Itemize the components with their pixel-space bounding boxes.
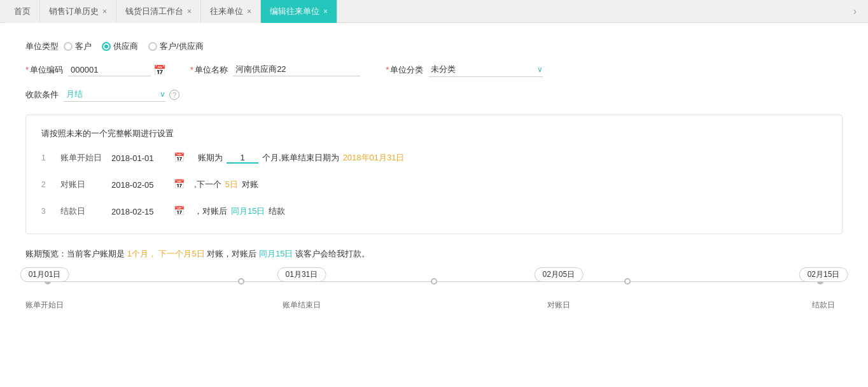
unit-code-label: 单位编码 [30, 64, 63, 76]
main-content: 单位类型 客户 供应商 客户/供应商 * 单位编码 📅 * 单位名称 [0, 23, 868, 387]
row-3-prefix: ，对账后 [194, 206, 227, 217]
radio-both-label: 客户/供应商 [160, 41, 204, 52]
unit-name-input[interactable] [233, 64, 360, 76]
radio-both-circle [148, 42, 157, 51]
tl-dot-1 [238, 278, 244, 285]
unit-code-star: * [25, 65, 29, 74]
unit-name-label: 单位名称 [195, 64, 228, 76]
preview-section: 账期预览：当前客户账期是 1个月， 下一个月5日 对账，对账后 同月15日 该客… [25, 238, 843, 288]
tl-line-3 [437, 281, 624, 282]
row-1-prefix: 账期为 [198, 152, 223, 164]
unit-type-radio-group: 客户 供应商 客户/供应商 [64, 41, 204, 52]
tab-sales-history-close[interactable]: × [102, 7, 107, 16]
row-1-cal[interactable]: 📅 [174, 152, 185, 164]
unit-name-group: * 单位名称 [190, 64, 360, 76]
radio-supplier-label: 供应商 [113, 41, 138, 52]
row-2-date: 2018-02-05 [111, 180, 169, 190]
setting-row-1: 1 账单开始日 2018-01-01 📅 账期为 个月,账单结束日期为 2018… [41, 152, 827, 164]
unit-category-arrow: ∨ [537, 65, 543, 74]
setting-row-2: 2 对账日 2018-02-05 📅 ,下一个 5日 对账 [41, 179, 827, 190]
unit-code-icon[interactable]: 📅 [153, 64, 165, 76]
tab-partner-unit-close[interactable]: × [247, 7, 251, 16]
tl-label-2: 账单结束日 [283, 300, 321, 311]
unit-info-row: * 单位编码 📅 * 单位名称 * 单位分类 未分类 ∨ [25, 62, 843, 77]
tl-label-3: 对账日 [547, 300, 570, 311]
preview-text: 账期预览：当前客户账期是 1个月， 下一个月5日 对账，对账后 同月15日 该客… [25, 248, 843, 260]
radio-customer-label: 客户 [75, 41, 92, 52]
row-3-highlight: 同月15日 [231, 206, 265, 217]
radio-supplier[interactable]: 供应商 [102, 41, 138, 52]
tab-sales-history-label: 销售订单历史 [49, 6, 99, 17]
tl-bubble-1: 01月01日 [20, 267, 69, 282]
tl-line-2 [244, 281, 431, 282]
payment-terms-help[interactable]: ? [169, 90, 179, 100]
payment-terms-dropdown[interactable]: 月结 ∨ [64, 87, 165, 102]
period-input[interactable] [227, 153, 258, 164]
preview-part5: 该客户会给我打款。 [295, 249, 370, 258]
row-2-highlight: 5日 [225, 179, 238, 190]
tab-sales-history[interactable]: 销售订单历史 × [40, 0, 116, 23]
unit-type-row: 单位类型 客户 供应商 客户/供应商 [25, 41, 843, 52]
row-1-date: 2018-01-01 [111, 153, 169, 163]
tab-cash-work-label: 钱货日清工作台 [125, 6, 183, 17]
tab-cash-work-close[interactable]: × [187, 7, 192, 16]
tl-bubble-4: 02月15日 [799, 267, 848, 282]
radio-customer-circle [64, 42, 73, 51]
preview-part3: 对账，对账后 [207, 249, 256, 258]
unit-category-dropdown[interactable]: 未分类 ∨ [428, 62, 543, 77]
settings-section: 请按照未来的一个完整帐期进行设置 1 账单开始日 2018-01-01 📅 账期… [25, 115, 843, 234]
row-3-suffix: 结款 [269, 206, 285, 217]
unit-category-star: * [386, 65, 389, 74]
tab-partner-unit-label: 往来单位 [210, 6, 243, 17]
row-1-num: 1 [41, 153, 54, 162]
row-3-date: 2018-02-15 [111, 207, 169, 216]
tl-node-2: 01月31日 账单结束日 [277, 267, 326, 311]
row-1-label: 账单开始日 [60, 152, 105, 164]
tab-edit-partner-close[interactable]: × [323, 7, 328, 16]
tl-bubble-2: 01月31日 [277, 267, 326, 282]
row-3-num: 3 [41, 207, 54, 216]
row-3-cal[interactable]: 📅 [174, 206, 185, 217]
tab-expand-icon[interactable]: › [847, 6, 863, 17]
tab-home-label: 首页 [14, 6, 31, 17]
unit-name-star: * [190, 65, 193, 74]
unit-category-value: 未分类 [428, 62, 537, 76]
tl-dot-2 [431, 278, 437, 285]
preview-part1: 1个月， [127, 249, 157, 258]
tab-edit-partner-label: 编辑往来单位 [270, 6, 319, 17]
unit-code-input[interactable] [68, 64, 151, 76]
row-1-suffix: 个月,账单结束日期为 [262, 152, 339, 164]
preview-label: 账期预览：当前客户账期是 [25, 249, 125, 258]
row-1-end-date: 2018年01月31日 [343, 152, 405, 164]
preview-part4: 同月15日 [259, 249, 293, 258]
tab-edit-partner[interactable]: 编辑往来单位 × [261, 0, 337, 23]
unit-code-group: * 单位编码 📅 [25, 64, 165, 76]
tl-line-1 [51, 281, 238, 282]
tl-line-4 [631, 281, 818, 282]
timeline-container: 01月01日 账单开始日 01月31日 账单结束日 02月05日 对账日 02月… [25, 275, 843, 288]
tl-bubble-3: 02月05日 [534, 267, 583, 282]
tab-partner-unit[interactable]: 往来单位 × [201, 0, 261, 23]
row-2-num: 2 [41, 180, 54, 189]
setting-row-3: 3 结款日 2018-02-15 📅 ，对账后 同月15日 结款 [41, 206, 827, 217]
tab-bar: 首页 销售订单历史 × 钱货日清工作台 × 往来单位 × 编辑往来单位 × › [0, 0, 868, 23]
payment-terms-label: 收款条件 [25, 89, 59, 101]
payment-terms-value: 月结 [64, 87, 160, 101]
row-2-label: 对账日 [60, 179, 105, 190]
radio-both[interactable]: 客户/供应商 [148, 41, 204, 52]
row-3-label: 结款日 [60, 206, 105, 217]
tl-label-4: 结款日 [812, 300, 835, 311]
row-2-cal[interactable]: 📅 [174, 179, 185, 190]
unit-category-group: * 单位分类 未分类 ∨ [386, 62, 543, 77]
row-2-prefix: ,下一个 [194, 179, 221, 190]
tab-home[interactable]: 首页 [5, 0, 40, 23]
unit-type-label: 单位类型 [25, 41, 59, 52]
preview-part2: 下一个月5日 [158, 249, 204, 258]
tab-cash-work[interactable]: 钱货日清工作台 × [116, 0, 201, 23]
tl-dot-3 [624, 278, 631, 285]
tl-node-4: 02月15日 结款日 [799, 267, 848, 311]
payment-terms-arrow: ∨ [160, 90, 165, 99]
unit-category-label: 单位分类 [390, 64, 423, 76]
tl-node-1: 01月01日 账单开始日 [20, 267, 69, 311]
radio-customer[interactable]: 客户 [64, 41, 92, 52]
